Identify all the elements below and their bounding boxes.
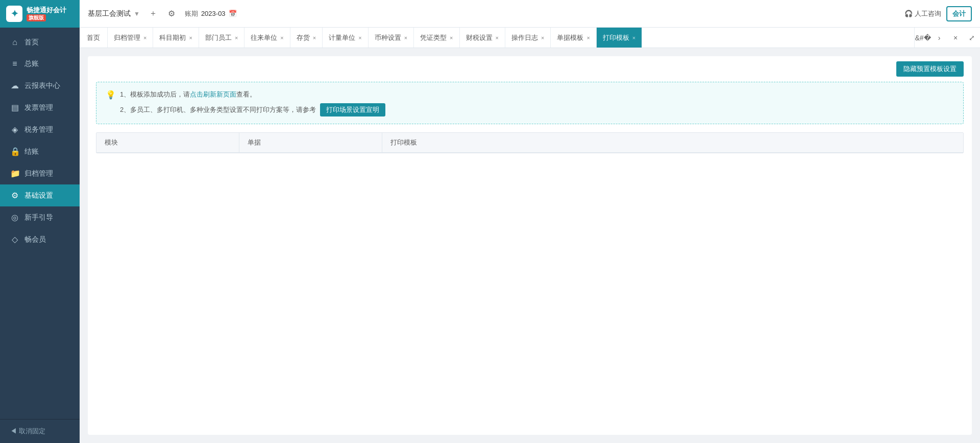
tab-measure[interactable]: 计量单位 × xyxy=(323,28,368,48)
hide-preview-button[interactable]: 隐藏预置模板设置 xyxy=(896,61,964,77)
tab-subjects[interactable]: 科目期初 × xyxy=(153,28,199,48)
tab-print-template-label: 打印模板 xyxy=(603,33,629,42)
topbar: 基层工会测试 ▼ ＋ ⚙ 账期 2023-03 📅 🎧 人工咨询 会计 xyxy=(80,0,980,28)
company-name: 基层工会测试 xyxy=(88,9,131,18)
tab-currency-label: 币种设置 xyxy=(375,33,401,42)
sidebar-item-label: 税务管理 xyxy=(24,125,53,134)
tabs-bar: 首页 归档管理 × 科目期初 × 部门员工 × 往来单位 × 存货 × 计量单位… xyxy=(80,28,980,48)
tab-subjects-label: 科目期初 xyxy=(159,33,186,42)
main: 基层工会测试 ▼ ＋ ⚙ 账期 2023-03 📅 🎧 人工咨询 会计 首页 xyxy=(80,0,980,443)
settings-icon: ⚙ xyxy=(10,191,19,200)
tab-operation-log[interactable]: 操作日志 × xyxy=(505,28,551,48)
data-table: 模块 单据 打印模板 xyxy=(96,132,964,153)
tab-tax-settings[interactable]: 财税设置 × xyxy=(460,28,505,48)
info-line1-after: 查看。 xyxy=(236,90,256,98)
tab-close-icon[interactable]: × xyxy=(496,35,499,41)
tab-departments-label: 部门员工 xyxy=(205,33,232,42)
info-line1-before: 1、模板添加成功后，请 xyxy=(120,90,190,98)
tab-inventory[interactable]: 存货 × xyxy=(290,28,323,48)
info-row-2: 💡 2、多员工、多打印机、多种业务类型设置不同打印方案等，请参考 打印场景设置宣… xyxy=(106,103,954,116)
period-value: 2023-03 xyxy=(201,10,226,17)
sidebar-item-basic[interactable]: ⚙ 基础设置 xyxy=(0,184,80,206)
logo-icon: ✦ xyxy=(6,6,22,22)
sidebar-logo: ✦ 畅捷通好会计 旗舰版 xyxy=(0,0,80,28)
calendar-icon[interactable]: 📅 xyxy=(229,10,237,17)
tabs-expand-button[interactable]: ⤢ xyxy=(964,28,980,48)
tab-voucher-type-label: 凭证类型 xyxy=(420,33,447,42)
sidebar-item-label: 发票管理 xyxy=(24,103,53,112)
tab-home-label: 首页 xyxy=(87,33,100,42)
sidebar-item-member[interactable]: ◇ 畅会员 xyxy=(0,228,80,250)
tabs-next-button[interactable]: › xyxy=(931,28,947,48)
tab-inventory-label: 存货 xyxy=(297,33,310,42)
th-bill: 单据 xyxy=(239,133,382,152)
tab-close-icon[interactable]: × xyxy=(235,35,238,41)
topbar-right: 🎧 人工咨询 会计 xyxy=(904,6,972,21)
tab-print-template[interactable]: 打印模板 × xyxy=(597,28,642,48)
sidebar-item-guide[interactable]: ◎ 新手引导 xyxy=(0,206,80,228)
tab-print-template-close-icon[interactable]: × xyxy=(632,35,635,41)
cloud-icon: ☁ xyxy=(10,81,19,90)
tab-currency[interactable]: 币种设置 × xyxy=(369,28,414,48)
refresh-link[interactable]: 点击刷新新页面 xyxy=(190,90,236,98)
period-display: 账期 2023-03 📅 xyxy=(185,9,237,18)
tab-close-icon[interactable]: × xyxy=(189,35,192,41)
tab-close-icon[interactable]: × xyxy=(313,35,316,41)
sidebar: ✦ 畅捷通好会计 旗舰版 ⌂ 首页 ≡ 总账 ☁ 云报表中心 ▤ 发票管理 ◈ … xyxy=(0,0,80,443)
tab-close-icon[interactable]: × xyxy=(280,35,283,41)
tab-operation-log-label: 操作日志 xyxy=(511,33,538,42)
ledger-icon: ≡ xyxy=(10,59,19,68)
member-icon: ◇ xyxy=(10,235,19,244)
tab-close-icon[interactable]: × xyxy=(358,35,361,41)
kuaiji-button[interactable]: 会计 xyxy=(946,6,972,21)
sidebar-item-label: 结账 xyxy=(24,147,39,156)
company-selector[interactable]: 基层工会测试 ▼ xyxy=(88,9,140,18)
sidebar-footer[interactable]: ◀ 取消固定 xyxy=(0,419,80,443)
sidebar-item-invoice[interactable]: ▤ 发票管理 xyxy=(0,97,80,119)
tab-bill-template[interactable]: 单据模板 × xyxy=(551,28,596,48)
sidebar-item-home[interactable]: ⌂ 首页 xyxy=(0,32,80,53)
info-box: 💡 1、模板添加成功后，请点击刷新新页面查看。 💡 2、多员工、多打印机、多种业… xyxy=(96,82,964,124)
sidebar-item-cloud-report[interactable]: ☁ 云报表中心 xyxy=(0,75,80,97)
invoice-icon: ▤ xyxy=(10,103,19,112)
add-button[interactable]: ＋ xyxy=(146,7,160,21)
sidebar-item-label: 云报表中心 xyxy=(24,81,60,90)
tab-departments[interactable]: 部门员工 × xyxy=(199,28,244,48)
tab-voucher-type[interactable]: 凭证类型 × xyxy=(414,28,459,48)
sidebar-item-tax[interactable]: ◈ 税务管理 xyxy=(0,119,80,141)
tab-close-icon[interactable]: × xyxy=(143,35,146,41)
topbar-actions: ＋ ⚙ xyxy=(146,7,179,21)
sidebar-nav: ⌂ 首页 ≡ 总账 ☁ 云报表中心 ▤ 发票管理 ◈ 税务管理 🔒 结账 📁 归… xyxy=(0,28,80,419)
tabs-prev-button[interactable]: &#� xyxy=(915,28,931,48)
sidebar-item-settle[interactable]: 🔒 结账 xyxy=(0,141,80,162)
info-text-2: 2、多员工、多打印机、多种业务类型设置不同打印方案等，请参考 打印场景设置宣明 xyxy=(120,103,385,116)
sidebar-item-label: 首页 xyxy=(24,38,39,47)
sidebar-item-label: 基础设置 xyxy=(24,191,53,200)
tabs-close-all-button[interactable]: × xyxy=(947,28,964,48)
tabs-end-buttons: &#� › × ⤢ xyxy=(914,28,980,48)
info-text-1: 1、模板添加成功后，请点击刷新新页面查看。 xyxy=(120,89,256,100)
tab-close-icon[interactable]: × xyxy=(586,35,590,41)
th-module: 模块 xyxy=(96,133,239,152)
tab-tax-settings-label: 财税设置 xyxy=(466,33,493,42)
tab-close-icon[interactable]: × xyxy=(404,35,407,41)
tab-archive-mgmt[interactable]: 归档管理 × xyxy=(108,28,153,48)
tax-icon: ◈ xyxy=(10,125,19,134)
sidebar-item-label: 新手引导 xyxy=(24,213,53,222)
print-scene-button[interactable]: 打印场景设置宣明 xyxy=(320,103,385,116)
tab-counterparty[interactable]: 往来单位 × xyxy=(244,28,290,48)
service-button[interactable]: 🎧 人工咨询 xyxy=(904,9,941,18)
sidebar-item-label: 总账 xyxy=(24,59,39,68)
guide-icon: ◎ xyxy=(10,213,19,222)
tab-home[interactable]: 首页 xyxy=(80,28,108,48)
sidebar-item-ledger[interactable]: ≡ 总账 xyxy=(0,53,80,75)
home-icon: ⌂ xyxy=(10,38,19,47)
info-row-1: 💡 1、模板添加成功后，请点击刷新新页面查看。 xyxy=(106,89,954,100)
settings-button[interactable]: ⚙ xyxy=(164,7,179,21)
unpin-label: ◀ 取消固定 xyxy=(10,427,45,436)
content-topbar: 隐藏预置模板设置 xyxy=(88,56,972,82)
tab-close-icon[interactable]: × xyxy=(450,35,453,41)
info-line2-text: 2、多员工、多打印机、多种业务类型设置不同打印方案等，请参考 xyxy=(120,106,316,113)
tab-close-icon[interactable]: × xyxy=(541,35,544,41)
sidebar-item-archive[interactable]: 📁 归档管理 xyxy=(0,162,80,184)
